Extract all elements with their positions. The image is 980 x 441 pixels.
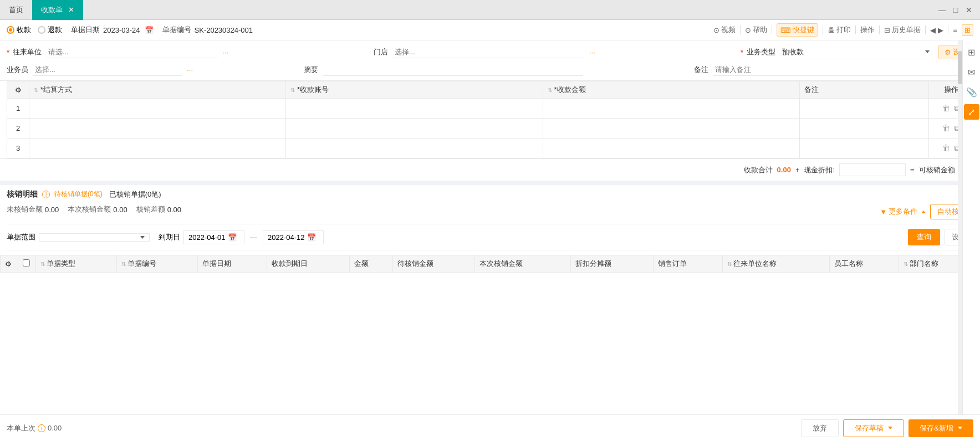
- tab-home[interactable]: 首页: [0, 0, 32, 20]
- date-value[interactable]: 2023-03-24: [103, 26, 140, 34]
- scope-select[interactable]: [39, 233, 150, 242]
- unreconciled-stat: 未核销金额 0.00: [7, 204, 59, 214]
- shop-input[interactable]: [392, 46, 585, 58]
- bth-settings-icon[interactable]: ⚙: [5, 260, 12, 268]
- date-from-picker[interactable]: 2022-04-01 📅: [183, 230, 244, 244]
- discount-input[interactable]: [839, 163, 906, 176]
- sidebar-mail-icon[interactable]: ✉: [964, 64, 979, 80]
- shop-more-icon[interactable]: ···: [589, 48, 595, 57]
- sidebar-table-icon[interactable]: ⊞: [964, 44, 979, 60]
- th-amount-label: *收款金额: [554, 85, 586, 94]
- view-list-icon[interactable]: ≡: [953, 26, 957, 34]
- scrollbar-track[interactable]: [958, 40, 962, 414]
- row3-no-label: 3: [16, 144, 20, 152]
- bth-current-amount: 本次核销金额: [475, 255, 570, 273]
- window-controls: — □ ✕: [938, 6, 980, 14]
- maximize-button[interactable]: □: [951, 6, 960, 14]
- help-button[interactable]: ⊙ 帮助: [745, 25, 767, 35]
- done-tab[interactable]: 已核销单据(0笔): [109, 189, 161, 199]
- row2-remark[interactable]: [800, 119, 929, 139]
- select-all-checkbox[interactable]: [23, 259, 30, 266]
- remark-input[interactable]: [713, 64, 973, 76]
- bth-checkbox[interactable]: [18, 255, 36, 273]
- bth-bill-type: ⇅ 单据类型: [36, 255, 117, 273]
- partner-more-icon[interactable]: ···: [222, 48, 228, 57]
- th-ops-label: 操作: [944, 85, 958, 94]
- query-button[interactable]: 查询: [908, 229, 940, 245]
- receipt-radio-dot: [7, 26, 14, 34]
- biz-type-select[interactable]: 预收款: [780, 45, 932, 59]
- row3-delete-icon[interactable]: 🗑: [942, 143, 950, 152]
- row1-settlement[interactable]: [29, 99, 286, 119]
- save-new-button[interactable]: 保存&新增: [908, 419, 973, 437]
- bth-bill-type-label: 单据类型: [47, 259, 75, 268]
- minimize-button[interactable]: —: [938, 6, 947, 14]
- view-grid-icon[interactable]: ⊞: [962, 24, 973, 36]
- print-button[interactable]: 🖶 打印: [828, 25, 851, 35]
- pending-tab[interactable]: 待核销单据(0笔): [54, 189, 103, 199]
- date-from-value: 2022-04-01: [188, 233, 226, 242]
- footer-info-icon[interactable]: i: [38, 424, 45, 432]
- bth-bill-no-label: 单据编号: [127, 259, 156, 268]
- sidebar-expand-icon[interactable]: ⤢: [964, 104, 979, 120]
- row1-no: 1: [7, 99, 29, 119]
- history-icon: ⊟: [884, 26, 890, 34]
- abandon-button[interactable]: 放弃: [801, 419, 839, 437]
- salesperson-more-icon[interactable]: ···: [187, 66, 193, 74]
- more-conditions-button[interactable]: ▼ 更多条件: [880, 207, 926, 217]
- reconcile-info-icon[interactable]: i: [42, 191, 50, 198]
- row2-delete-icon[interactable]: 🗑: [942, 124, 950, 132]
- bth-pending-amount-label: 待核销金额: [397, 259, 433, 268]
- row2-account[interactable]: [286, 119, 543, 139]
- date-to-picker[interactable]: 2022-04-12 📅: [263, 230, 324, 244]
- row2-amount[interactable]: [543, 119, 799, 139]
- sidebar-clip-icon[interactable]: 📎: [964, 84, 979, 100]
- more-conditions-label: 更多条件: [889, 207, 917, 217]
- main-content: 收款 退款 单据日期 2023-03-24 📅 单据编号 SK-20230324…: [0, 20, 980, 441]
- th-remark: 备注: [800, 81, 929, 99]
- tab-close-icon[interactable]: ✕: [68, 6, 74, 14]
- video-button[interactable]: ⊙ 视频: [713, 25, 736, 35]
- row2-settlement[interactable]: [29, 119, 286, 139]
- scrollbar-thumb[interactable]: [958, 51, 962, 84]
- footer-info: 本单上次 i 0.00: [7, 423, 62, 433]
- salesperson-input[interactable]: [33, 64, 182, 76]
- bth-sales-order: 销售订单: [653, 255, 722, 273]
- history-button[interactable]: ⊟ 历史单据: [884, 25, 921, 35]
- row1-delete-icon[interactable]: 🗑: [942, 104, 950, 112]
- th-settings[interactable]: ⚙: [7, 81, 29, 99]
- refund-radio[interactable]: 退款: [38, 25, 62, 35]
- current-stat: 本次核销金额 0.00: [68, 204, 127, 214]
- th-settlement: ⇅ *结算方式: [29, 81, 286, 99]
- row3-remark[interactable]: [800, 139, 929, 158]
- shortcut-button[interactable]: ⌨ 快捷键: [777, 23, 818, 37]
- bth-bill-no: ⇅ 单据编号: [116, 255, 197, 273]
- tab-receipt[interactable]: 收款单 ✕: [32, 0, 83, 20]
- ops-button[interactable]: 操作: [860, 25, 875, 35]
- table-settings-icon[interactable]: ⚙: [15, 86, 22, 94]
- table-header-row: ⚙ ⇅ *结算方式 ⇅ *收款账号 ⇅ *收款金额 备注: [7, 81, 973, 99]
- row3-settlement[interactable]: [29, 139, 286, 158]
- receipt-radio[interactable]: 收款: [7, 25, 31, 35]
- close-button[interactable]: ✕: [964, 6, 973, 14]
- bill-no-value[interactable]: SK-20230324-001: [195, 26, 253, 34]
- help-label: 帮助: [753, 25, 767, 35]
- table-row: 1 🗑 ⧉: [7, 99, 973, 119]
- biz-required-mark: *: [741, 48, 743, 57]
- bth-employee-label: 员工名称: [834, 259, 863, 268]
- tab-bar: 首页 收款单 ✕ — □ ✕: [0, 0, 980, 20]
- row1-account[interactable]: [286, 99, 543, 119]
- bth-settings[interactable]: ⚙: [1, 255, 18, 273]
- row3-amount[interactable]: [543, 139, 799, 158]
- nav-next-icon[interactable]: ▶: [938, 26, 943, 34]
- bth-due-date: 收款到期日: [267, 255, 349, 273]
- summary-input[interactable]: [323, 64, 583, 76]
- row3-account[interactable]: [286, 139, 543, 158]
- nav-prev-icon[interactable]: ◀: [930, 26, 936, 34]
- save-draft-button[interactable]: 保存草稿: [843, 419, 904, 437]
- row1-amount[interactable]: [543, 99, 799, 119]
- partner-field: * 往来单位 ···: [7, 46, 228, 58]
- row1-remark[interactable]: [800, 99, 929, 119]
- calendar-icon[interactable]: 📅: [145, 26, 154, 34]
- partner-input[interactable]: [46, 46, 218, 58]
